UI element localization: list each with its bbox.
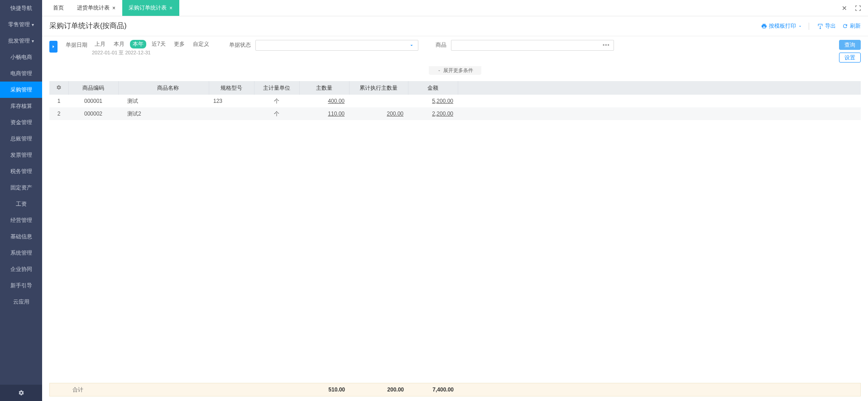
sidebar-item-11[interactable]: 固定资产	[0, 179, 42, 196]
sidebar-item-8[interactable]: 总账管理	[0, 130, 42, 147]
total-qty: 510.00	[300, 387, 350, 393]
th-spacer	[458, 81, 861, 95]
sidebar-item-2[interactable]: 批发管理▾	[0, 33, 42, 49]
sidebar-item-14[interactable]: 基础信息	[0, 228, 42, 245]
export-icon	[817, 23, 823, 29]
th-amt[interactable]: 金额	[408, 81, 458, 95]
sidebar-item-label: 发票管理	[10, 151, 32, 159]
cell-qty[interactable]: 400.00	[299, 95, 349, 107]
sidebar-item-label: 快捷导航	[10, 5, 32, 12]
date-option-1[interactable]: 本月	[111, 40, 127, 48]
cell-qty[interactable]: 110.00	[299, 107, 349, 120]
gear-icon	[56, 85, 62, 90]
sidebar-item-9[interactable]: 发票管理	[0, 147, 42, 163]
sidebar-item-label: 固定资产	[10, 184, 32, 192]
table-row[interactable]: 2000002测试2个110.00200.002,200.00	[49, 107, 861, 120]
filter-date: 单据日期 上月本月本年近7天更多自定义 2022-01-01 至 2022-12…	[66, 40, 212, 56]
sidebar-item-12[interactable]: 工资	[0, 196, 42, 212]
cell-code: 000001	[68, 95, 118, 107]
cell-exec[interactable]: 200.00	[349, 107, 408, 120]
sidebar-item-15[interactable]: 系统管理	[0, 245, 42, 261]
table-row[interactable]: 1000001测试123个400.005,200.00	[49, 95, 861, 107]
total-row: 合计 510.00 200.00 7,400.00	[49, 383, 861, 396]
sidebar: 快捷导航零售管理▾批发管理▾小畅电商电商管理采购管理库存核算资金管理总账管理发票…	[0, 0, 42, 401]
page-title: 采购订单统计表(按商品)	[49, 21, 761, 31]
expand-filters-button[interactable]: 展开更多条件	[429, 66, 481, 75]
cell-spacer	[458, 95, 861, 107]
sidebar-item-1[interactable]: 零售管理▾	[0, 16, 42, 33]
column-settings-button[interactable]	[49, 81, 68, 95]
sidebar-item-7[interactable]: 资金管理	[0, 114, 42, 130]
tab-label: 采购订单统计表	[129, 4, 167, 12]
cell-amt[interactable]: 5,200.00	[408, 95, 458, 107]
cell-name: 测试	[118, 95, 209, 107]
filter-bar: 单据日期 上月本月本年近7天更多自定义 2022-01-01 至 2022-12…	[42, 36, 868, 66]
date-option-5[interactable]: 自定义	[190, 40, 212, 48]
print-template-button[interactable]: 按模板打印	[761, 22, 802, 30]
sidebar-item-label: 零售管理	[8, 21, 30, 29]
th-code[interactable]: 商品编码	[68, 81, 118, 95]
sidebar-settings-button[interactable]	[0, 385, 42, 401]
date-option-2[interactable]: 本年	[130, 40, 146, 48]
filter-status: 单据状态	[229, 40, 418, 51]
tab-label: 首页	[53, 4, 64, 12]
th-name[interactable]: 商品名称	[118, 81, 209, 95]
sidebar-item-10[interactable]: 税务管理	[0, 163, 42, 179]
refresh-button[interactable]: 刷新	[842, 22, 861, 30]
tabs-bar: 首页进货单统计表×采购订单统计表× ✕	[42, 0, 868, 16]
chevron-right-icon	[51, 44, 56, 49]
table-area: 商品编码 商品名称 规格型号 主计量单位 主数量 累计执行主数量 金额 1000…	[42, 75, 868, 383]
sidebar-item-16[interactable]: 企业协同	[0, 261, 42, 277]
th-unit[interactable]: 主计量单位	[254, 81, 299, 95]
cell-exec[interactable]	[349, 95, 408, 107]
tab-close-all-button[interactable]: ✕	[840, 4, 849, 13]
tab-2[interactable]: 采购订单统计表×	[122, 0, 179, 16]
chevron-down-icon	[437, 68, 441, 73]
cell-spacer	[458, 107, 861, 120]
product-input[interactable]: •••	[451, 40, 614, 51]
filter-date-label: 单据日期	[66, 40, 87, 49]
tab-0[interactable]: 首页	[47, 0, 71, 16]
collapse-filters-button[interactable]	[49, 41, 58, 53]
status-select[interactable]	[255, 40, 418, 51]
total-label: 合计	[50, 386, 119, 394]
export-button[interactable]: 导出	[809, 22, 836, 30]
date-option-0[interactable]: 上月	[92, 40, 108, 48]
close-icon[interactable]: ×	[112, 5, 115, 11]
page-header: 采购订单统计表(按商品) 按模板打印 导出 刷新	[42, 16, 868, 36]
cell-name: 测试2	[118, 107, 209, 120]
total-exec: 200.00	[350, 387, 408, 393]
tab-label: 进货单统计表	[77, 4, 110, 12]
th-exec[interactable]: 累计执行主数量	[349, 81, 408, 95]
cell-amt[interactable]: 2,200.00	[408, 107, 458, 120]
sidebar-item-label: 总账管理	[10, 135, 32, 143]
date-option-3[interactable]: 近7天	[149, 40, 168, 48]
date-range-text: 2022-01-01 至 2022-12-31	[92, 49, 212, 56]
cell-idx: 1	[49, 95, 68, 107]
th-qty[interactable]: 主数量	[299, 81, 349, 95]
caret-down-icon: ▾	[32, 39, 34, 43]
sidebar-item-17[interactable]: 新手引导	[0, 277, 42, 294]
table-header-row: 商品编码 商品名称 规格型号 主计量单位 主数量 累计执行主数量 金额	[49, 81, 861, 95]
refresh-icon	[842, 23, 848, 29]
cell-spec	[209, 107, 254, 120]
fullscreen-button[interactable]	[854, 4, 863, 13]
sidebar-item-0[interactable]: 快捷导航	[0, 0, 42, 16]
sidebar-item-5[interactable]: 采购管理	[0, 82, 42, 98]
search-button[interactable]: 查询	[839, 40, 861, 50]
sidebar-item-13[interactable]: 经营管理	[0, 212, 42, 228]
cell-spec: 123	[209, 95, 254, 107]
sidebar-item-6[interactable]: 库存核算	[0, 98, 42, 114]
sidebar-item-3[interactable]: 小畅电商	[0, 49, 42, 65]
sidebar-item-label: 库存核算	[10, 102, 32, 110]
tab-1[interactable]: 进货单统计表×	[71, 0, 122, 16]
sidebar-item-label: 采购管理	[10, 86, 32, 94]
close-icon[interactable]: ×	[169, 5, 173, 11]
th-spec[interactable]: 规格型号	[209, 81, 254, 95]
printer-icon	[761, 23, 767, 29]
sidebar-item-label: 系统管理	[10, 249, 32, 257]
sidebar-item-4[interactable]: 电商管理	[0, 65, 42, 82]
sidebar-item-18[interactable]: 云应用	[0, 294, 42, 310]
settings-button[interactable]: 设置	[839, 53, 861, 63]
date-option-4[interactable]: 更多	[171, 40, 187, 48]
